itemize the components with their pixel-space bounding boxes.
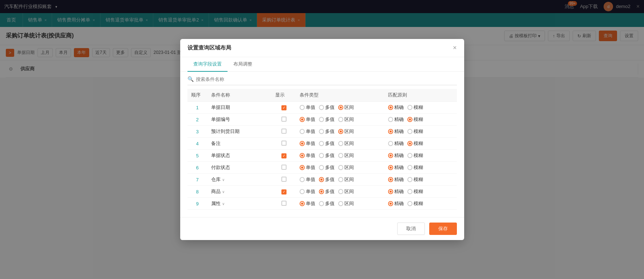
radio-dot-icon [338, 129, 343, 134]
row-display-checkbox-6[interactable] [272, 162, 296, 174]
config-table-container: 顺序 条件名称 显示 条件类型 匹配原则 1单据日期✓单值多值区间精确模糊2单据… [187, 89, 457, 213]
radio-match-模糊[interactable]: 模糊 [407, 164, 423, 171]
radio-type-单值[interactable]: 单值 [300, 164, 315, 171]
row-display-checkbox-1[interactable]: ✓ [272, 102, 296, 114]
row-display-checkbox-4[interactable] [272, 138, 296, 150]
radio-dot-icon [319, 105, 324, 110]
radio-type-区间[interactable]: 区间 [338, 140, 354, 147]
checkbox-icon[interactable] [281, 213, 287, 213]
radio-type-多值[interactable]: 多值 [319, 164, 335, 171]
row-display-checkbox-8[interactable]: ✓ [272, 186, 296, 198]
row-display-checkbox-3[interactable] [272, 126, 296, 138]
radio-match-精确[interactable]: 精确 [388, 200, 404, 207]
radio-dot-icon [388, 105, 393, 110]
radio-type-多值[interactable]: 多值 [319, 212, 335, 213]
radio-type-区间[interactable]: 区间 [338, 176, 354, 183]
row-type-3: 单值多值区间 [296, 126, 384, 138]
radio-type-区间[interactable]: 区间 [338, 212, 354, 213]
radio-dot-icon [407, 141, 412, 146]
row-order-7: 7 [187, 174, 208, 186]
radio-type-单值[interactable]: 单值 [300, 188, 315, 195]
radio-type-单值[interactable]: 单值 [300, 104, 315, 111]
cancel-btn[interactable]: 取消 [397, 223, 425, 235]
row-order-4: 4 [187, 138, 208, 150]
tab-query-fields[interactable]: 查询字段设置 [187, 57, 228, 72]
checkbox-icon[interactable] [281, 201, 287, 206]
checkbox-icon[interactable]: ✓ [281, 153, 287, 158]
expand-icon[interactable]: ∨ [222, 178, 225, 182]
row-display-checkbox-5[interactable]: ✓ [272, 150, 296, 162]
radio-match-精确[interactable]: 精确 [388, 152, 404, 159]
radio-dot-icon [388, 117, 393, 122]
radio-type-多值[interactable]: 多值 [319, 188, 335, 195]
radio-dot-icon [338, 189, 343, 194]
radio-match-模糊[interactable]: 模糊 [407, 140, 423, 147]
radio-match-精确[interactable]: 精确 [388, 176, 404, 183]
radio-type-单值[interactable]: 单值 [300, 212, 315, 213]
checkbox-icon[interactable] [281, 141, 287, 146]
radio-type-多值[interactable]: 多值 [319, 128, 335, 135]
radio-match-精确[interactable]: 精确 [388, 188, 404, 195]
expand-icon[interactable]: ∨ [222, 202, 225, 206]
radio-match-精确[interactable]: 精确 [388, 104, 404, 111]
checkbox-icon[interactable] [281, 165, 287, 170]
radio-type-多值[interactable]: 多值 [319, 140, 335, 147]
modal-header: 设置查询区域布局 × [180, 39, 464, 57]
radio-type-单值[interactable]: 单值 [300, 140, 315, 147]
checkbox-icon[interactable] [281, 117, 287, 122]
radio-type-多值[interactable]: 多值 [319, 200, 335, 207]
radio-match-模糊[interactable]: 模糊 [407, 212, 423, 213]
radio-type-单值[interactable]: 单值 [300, 152, 315, 159]
radio-match-精确[interactable]: 精确 [388, 116, 404, 123]
radio-type-单值[interactable]: 单值 [300, 176, 315, 183]
config-table: 顺序 条件名称 显示 条件类型 匹配原则 1单据日期✓单值多值区间精确模糊2单据… [187, 89, 457, 213]
search-icon: 🔍 [187, 76, 194, 82]
radio-type-多值[interactable]: 多值 [319, 104, 335, 111]
row-name-10: 有无商品图片 [208, 210, 272, 213]
radio-type-单值[interactable]: 单值 [300, 200, 315, 207]
row-display-checkbox-2[interactable] [272, 114, 296, 126]
checkbox-icon[interactable] [281, 177, 287, 182]
radio-match-模糊[interactable]: 模糊 [407, 188, 423, 195]
radio-dot-icon [388, 141, 393, 146]
radio-match-模糊[interactable]: 模糊 [407, 116, 423, 123]
radio-type-区间[interactable]: 区间 [338, 164, 354, 171]
radio-type-多值[interactable]: 多值 [319, 116, 335, 123]
table-row: 7仓库 ∨单值多值区间精确模糊 [187, 174, 457, 186]
modal-close-btn[interactable]: × [453, 44, 457, 52]
radio-dot-icon [407, 165, 412, 170]
checkbox-icon[interactable] [281, 129, 287, 134]
tab-layout-adjust[interactable]: 布局调整 [228, 57, 258, 72]
radio-type-多值[interactable]: 多值 [319, 152, 335, 159]
row-display-checkbox-7[interactable] [272, 174, 296, 186]
radio-type-区间[interactable]: 区间 [338, 128, 354, 135]
radio-type-区间[interactable]: 区间 [338, 152, 354, 159]
row-display-checkbox-10[interactable] [272, 210, 296, 213]
radio-match-模糊[interactable]: 模糊 [407, 176, 423, 183]
expand-icon[interactable]: ∨ [222, 190, 225, 194]
radio-match-精确[interactable]: 精确 [388, 164, 404, 171]
checkbox-icon[interactable]: ✓ [281, 189, 287, 194]
th-match: 匹配原则 [384, 89, 457, 102]
radio-type-区间[interactable]: 区间 [338, 104, 354, 111]
radio-type-区间[interactable]: 区间 [338, 188, 354, 195]
radio-match-精确[interactable]: 精确 [388, 128, 404, 135]
radio-match-精确[interactable]: 精确 [388, 212, 404, 213]
radio-match-模糊[interactable]: 模糊 [407, 128, 423, 135]
radio-dot-icon [407, 201, 412, 206]
save-btn[interactable]: 保存 [429, 223, 457, 235]
radio-type-多值[interactable]: 多值 [319, 176, 335, 183]
radio-type-区间[interactable]: 区间 [338, 200, 354, 207]
row-name-6: 付款状态 [208, 162, 272, 174]
radio-type-单值[interactable]: 单值 [300, 116, 315, 123]
radio-match-模糊[interactable]: 模糊 [407, 104, 423, 111]
search-input[interactable] [196, 76, 457, 82]
modal-title: 设置查询区域布局 [187, 44, 231, 51]
radio-match-模糊[interactable]: 模糊 [407, 152, 423, 159]
checkbox-icon[interactable]: ✓ [281, 105, 287, 110]
row-display-checkbox-9[interactable] [272, 198, 296, 210]
radio-type-单值[interactable]: 单值 [300, 128, 315, 135]
radio-type-区间[interactable]: 区间 [338, 116, 354, 123]
radio-match-精确[interactable]: 精确 [388, 140, 404, 147]
radio-match-模糊[interactable]: 模糊 [407, 200, 423, 207]
